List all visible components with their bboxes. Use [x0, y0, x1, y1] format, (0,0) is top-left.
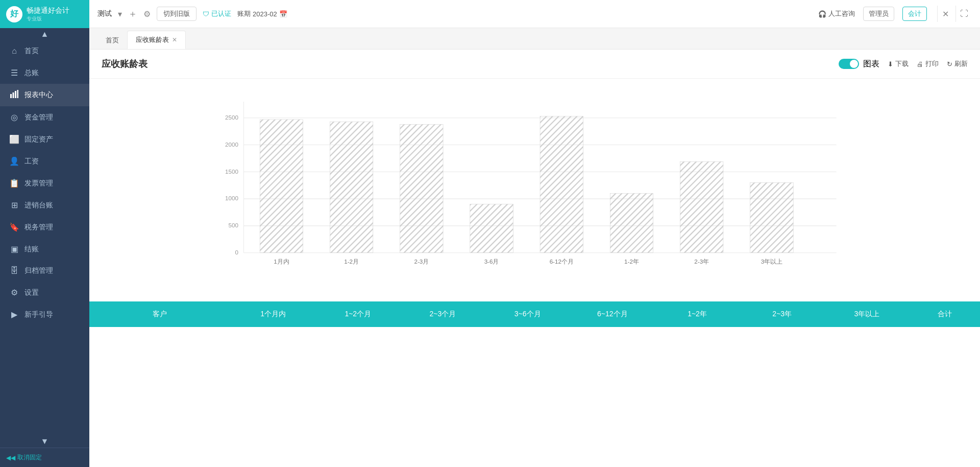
svg-rect-0: [10, 94, 12, 98]
page-container: 应收账龄表 图表 ⬇ 下载 🖨 打印 ↻: [89, 50, 980, 467]
tab-close-icon[interactable]: ✕: [172, 36, 177, 43]
sidebar-item-invoice[interactable]: 📋 发票管理: [0, 172, 89, 194]
svg-rect-32: [750, 182, 793, 252]
svg-text:3年以上: 3年以上: [761, 258, 782, 265]
th-total: 合计: [910, 301, 981, 327]
sidebar-item-label: 资金管理: [24, 113, 53, 122]
sidebar-item-trade[interactable]: ⊞ 进销台账: [0, 194, 89, 216]
sidebar-item-home[interactable]: ⌂ 首页: [0, 40, 89, 62]
svg-rect-30: [680, 161, 723, 252]
period-display: 账期 2023-02 📅: [237, 9, 287, 18]
sidebar-item-close[interactable]: ▣ 结账: [0, 238, 89, 260]
sidebar-item-settings[interactable]: ⚙ 设置: [0, 282, 89, 303]
sidebar-item-assets[interactable]: ⬜ 固定资产: [0, 128, 89, 150]
svg-text:1500: 1500: [225, 168, 238, 175]
chart-toggle: 图表: [839, 59, 879, 69]
certified-badge: 🛡 已认证: [203, 9, 231, 18]
svg-rect-3: [17, 90, 19, 98]
sidebar-item-payroll[interactable]: 👤 工资: [0, 150, 89, 172]
th-3-6month: 3~6个月: [485, 301, 570, 327]
sidebar-item-label: 归档管理: [24, 266, 53, 275]
download-icon: ⬇: [888, 60, 893, 68]
refresh-btn[interactable]: ↻ 刷新: [947, 59, 968, 68]
sidebar-item-label: 进销台账: [24, 201, 53, 210]
content-area: 应收账龄表 图表 ⬇ 下载 🖨 打印 ↻: [89, 50, 980, 467]
calendar-icon[interactable]: 📅: [279, 10, 287, 18]
workspace-settings-icon[interactable]: ⚙: [143, 9, 151, 19]
svg-text:2-3月: 2-3月: [414, 258, 429, 265]
logo-icon: 好: [6, 6, 22, 22]
app-edition: 专业版: [27, 15, 69, 22]
svg-rect-20: [330, 122, 373, 253]
svg-text:1-2月: 1-2月: [344, 258, 359, 265]
chart-toggle-switch[interactable]: [839, 59, 859, 69]
svg-text:1-2年: 1-2年: [624, 258, 639, 265]
tab-aging[interactable]: 应收账龄表 ✕: [127, 31, 186, 49]
svg-text:500: 500: [229, 222, 238, 228]
th-6-12month: 6~12个月: [570, 301, 655, 327]
sidebar-item-label: 发票管理: [24, 179, 53, 188]
data-table: 客户 1个月内 1~2个月 2~3个月 3~6个月 6~12个月 1~2年 2~…: [89, 301, 980, 327]
switch-old-version-btn[interactable]: 切到旧版: [157, 7, 197, 21]
cancel-fixed-btn[interactable]: ◀◀ 取消固定: [0, 448, 89, 467]
svg-rect-28: [610, 194, 653, 253]
svg-rect-1: [13, 92, 14, 98]
accountant-btn[interactable]: 会计: [902, 7, 927, 21]
th-1-2year: 1~2年: [655, 301, 740, 327]
svg-rect-22: [400, 124, 443, 252]
workspace-dropdown-icon[interactable]: ▾: [118, 9, 122, 19]
tabs-bar: 首页 应收账龄表 ✕: [89, 28, 980, 50]
pin-icon: ◀◀: [6, 454, 15, 461]
trade-icon: ⊞: [9, 200, 19, 210]
topbar: 测试 ▾ ＋ ⚙ 切到旧版 🛡 已认证 账期 2023-02 📅 🎧 人工咨询 …: [89, 0, 980, 28]
th-customer: 客户: [89, 301, 231, 327]
support-btn[interactable]: 🎧 人工咨询: [818, 9, 855, 18]
sidebar-item-guide[interactable]: ▶ 新手引导: [0, 303, 89, 325]
report-icon: [9, 90, 19, 100]
tab-home[interactable]: 首页: [97, 32, 127, 49]
th-1-2month: 1~2个月: [315, 301, 400, 327]
maximize-window-btn[interactable]: ⛶: [955, 6, 972, 22]
th-1month: 1个月内: [231, 301, 315, 327]
sidebar-item-tax[interactable]: 🔖 税务管理: [0, 216, 89, 238]
sidebar-item-archive[interactable]: 🗄 归档管理: [0, 260, 89, 282]
bar-chart-wrapper: 0 500 1000 1500 2000 2500: [102, 91, 968, 285]
sidebar-item-funds[interactable]: ◎ 资金管理: [0, 106, 89, 128]
window-controls: ✕ ⛶: [937, 6, 972, 22]
sidebar-item-ledger[interactable]: ☰ 总账: [0, 62, 89, 84]
svg-text:3-6月: 3-6月: [484, 258, 499, 265]
svg-rect-24: [470, 204, 513, 253]
sidebar-scroll-down[interactable]: ▼: [0, 435, 89, 448]
svg-text:2-3年: 2-3年: [694, 258, 709, 265]
close-accounts-icon: ▣: [9, 244, 19, 254]
headset-icon: 🎧: [818, 10, 826, 18]
sidebar-item-label: 税务管理: [24, 223, 53, 232]
sidebar-logo: 好 畅捷通好会计 专业版: [0, 0, 89, 28]
print-btn[interactable]: 🖨 打印: [917, 59, 939, 68]
admin-btn[interactable]: 管理员: [863, 7, 894, 21]
svg-text:1000: 1000: [225, 195, 238, 201]
page-actions: 图表 ⬇ 下载 🖨 打印 ↻ 刷新: [839, 59, 968, 69]
download-btn[interactable]: ⬇ 下载: [888, 59, 909, 68]
sidebar-scroll-up[interactable]: ▲: [0, 28, 89, 40]
main-area: 测试 ▾ ＋ ⚙ 切到旧版 🛡 已认证 账期 2023-02 📅 🎧 人工咨询 …: [89, 0, 980, 467]
sidebar-item-report[interactable]: 报表中心: [0, 84, 89, 106]
chart-area: 0 500 1000 1500 2000 2500: [89, 79, 980, 293]
sidebar-item-label: 总账: [24, 68, 39, 78]
assets-icon: ⬜: [9, 134, 19, 144]
workspace-title: 测试: [97, 9, 112, 18]
page-header: 应收账龄表 图表 ⬇ 下载 🖨 打印 ↻: [89, 50, 980, 79]
chart-toggle-label: 图表: [863, 59, 879, 69]
add-workspace-btn[interactable]: ＋: [128, 8, 137, 20]
shield-icon: 🛡: [203, 10, 209, 18]
svg-rect-26: [540, 116, 583, 253]
app-name: 畅捷通好会计: [27, 6, 69, 15]
page-title: 应收账龄表: [102, 58, 148, 70]
close-window-btn[interactable]: ✕: [937, 6, 953, 22]
ledger-icon: ☰: [9, 68, 19, 78]
svg-text:2500: 2500: [225, 114, 238, 121]
sidebar-item-label: 结账: [24, 245, 39, 254]
sidebar-item-label: 设置: [24, 288, 39, 297]
sidebar-item-label: 首页: [24, 46, 39, 56]
svg-text:6-12个月: 6-12个月: [550, 258, 574, 265]
